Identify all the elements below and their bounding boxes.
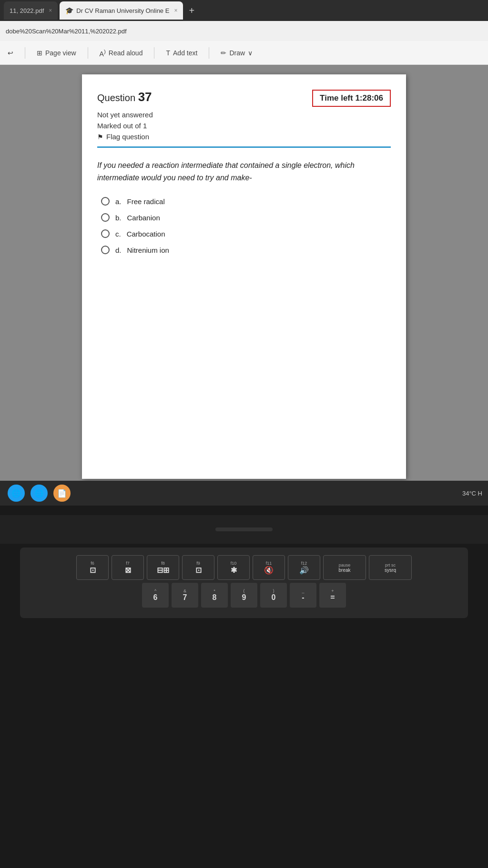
tab-add-button[interactable]: + — [185, 5, 198, 16]
tab-university-close[interactable]: × — [174, 7, 177, 14]
tab-pdf[interactable]: 11, 2022.pdf × — [4, 1, 58, 20]
draw-chevron-icon: ∨ — [248, 49, 253, 57]
time-left-box: Time left 1:28:06 — [312, 90, 391, 107]
tab-pdf-label: 11, 2022.pdf — [10, 7, 44, 14]
draw-icon: ✏ — [221, 49, 226, 57]
app-icon-3: 📄 — [57, 489, 67, 498]
tab-pdf-close[interactable]: × — [49, 7, 52, 14]
keyboard-num-row: ^ 6 & 7 * 8 ( 9 ) 0 _ - — [28, 583, 460, 608]
option-d[interactable]: d. Nitrenium ion — [101, 246, 391, 254]
university-icon: 🎓 — [65, 7, 73, 14]
pdf-toolbar: ↩ ⊞ Page view A) Read aloud T Add text ✏… — [0, 41, 488, 65]
key-6[interactable]: ^ 6 — [142, 583, 169, 608]
tab-university[interactable]: 🎓 Dr CV Raman University Online E × — [60, 1, 183, 20]
read-aloud-icon: A) — [100, 48, 106, 58]
option-a-text: Free radical — [127, 197, 165, 206]
key-pause[interactable]: pause break — [323, 555, 366, 580]
page-view-icon: ⊞ — [37, 49, 42, 57]
keyboard-bezel: f6 ⊡ f7 ⊠ f8 ⊟⊞ f9 ⊡ f10 ✱ f11 🔇 — [20, 548, 468, 618]
address-url: dobe%20Scan%20Mar%2011,%202022.pdf — [6, 28, 127, 35]
option-b-text: Carbanion — [127, 214, 160, 222]
option-b-key: b. — [115, 214, 122, 222]
add-text-icon: T — [166, 49, 170, 57]
separator-2 — [88, 47, 88, 59]
key-equals[interactable]: + = — [319, 583, 346, 608]
question-status: Not yet answered — [97, 111, 391, 119]
question-number: Question 37 — [97, 90, 152, 104]
page-view-label: Page view — [45, 49, 76, 57]
taskbar-icon-3[interactable]: 📄 — [53, 485, 71, 502]
temperature-label: 34°C H — [462, 490, 482, 497]
taskbar: 🌐 🌐 📄 34°C H — [0, 481, 488, 506]
option-c-text: Carbocation — [127, 230, 165, 238]
option-c-radio[interactable] — [101, 229, 110, 238]
tab-university-label: Dr CV Raman University Online E — [76, 7, 169, 14]
tab-bar: 11, 2022.pdf × 🎓 Dr CV Raman University … — [0, 0, 488, 21]
key-f9[interactable]: f9 ⊡ — [182, 555, 214, 580]
keyboard-area: f6 ⊡ f7 ⊠ f8 ⊟⊞ f9 ⊡ f10 ✱ f11 🔇 — [0, 506, 488, 868]
question-marks: Marked out of 1 — [97, 122, 391, 130]
hinge-bar — [215, 527, 273, 531]
key-f11[interactable]: f11 🔇 — [253, 555, 285, 580]
question-prefix: Question — [97, 93, 135, 103]
question-divider — [97, 146, 391, 148]
key-f6[interactable]: f6 ⊡ — [76, 555, 109, 580]
key-7[interactable]: & 7 — [172, 583, 198, 608]
question-header: Question 37 Time left 1:28:06 — [97, 90, 391, 107]
flag-question-button[interactable]: ⚑ Flag question — [97, 133, 391, 141]
option-d-radio[interactable] — [101, 246, 110, 254]
laptop-hinge — [0, 515, 488, 544]
option-a[interactable]: a. Free radical — [101, 197, 391, 206]
option-a-key: a. — [115, 197, 122, 206]
browser-icon-1: 🌐 — [11, 489, 21, 498]
read-aloud-button[interactable]: A) Read aloud — [100, 48, 143, 58]
flag-question-label: Flag question — [106, 133, 149, 141]
separator-4 — [209, 47, 209, 59]
question-number-value: 37 — [138, 90, 152, 104]
option-c[interactable]: c. Carbocation — [101, 229, 391, 238]
address-bar[interactable]: dobe%20Scan%20Mar%2011,%202022.pdf — [0, 21, 488, 41]
key-f10[interactable]: f10 ✱ — [217, 555, 250, 580]
option-b-radio[interactable] — [101, 213, 110, 222]
option-a-radio[interactable] — [101, 197, 110, 206]
key-9[interactable]: ( 9 — [231, 583, 257, 608]
separator-3 — [154, 47, 154, 59]
option-d-key: d. — [115, 246, 122, 254]
separator-1 — [25, 47, 25, 59]
pdf-page: Question 37 Time left 1:28:06 Not yet an… — [82, 74, 406, 479]
key-0[interactable]: ) 0 — [260, 583, 287, 608]
back-button[interactable]: ↩ — [8, 49, 13, 57]
read-aloud-label: Read aloud — [109, 49, 143, 57]
browser-icon-2: 🌐 — [34, 489, 44, 498]
question-text: If you needed a reaction intermediate th… — [97, 159, 391, 184]
draw-label: Draw — [229, 49, 245, 57]
key-minus[interactable]: _ - — [290, 583, 316, 608]
option-c-key: c. — [115, 230, 121, 238]
option-d-text: Nitrenium ion — [127, 246, 169, 254]
page-view-button[interactable]: ⊞ Page view — [37, 49, 76, 57]
time-left-label: Time left 1:28:06 — [320, 93, 383, 103]
taskbar-icon-2[interactable]: 🌐 — [30, 485, 48, 502]
flag-icon: ⚑ — [97, 133, 103, 141]
option-b[interactable]: b. Carbanion — [101, 213, 391, 222]
key-prtsc[interactable]: prt sc sysrq — [369, 555, 412, 580]
key-8[interactable]: * 8 — [201, 583, 228, 608]
draw-button[interactable]: ✏ Draw ∨ — [221, 49, 253, 57]
pdf-content-area: Question 37 Time left 1:28:06 Not yet an… — [0, 65, 488, 488]
add-text-label: Add text — [173, 49, 197, 57]
key-f12[interactable]: f12 🔊 — [288, 555, 320, 580]
options-list: a. Free radical b. Carbanion c. Carbocat… — [101, 197, 391, 254]
add-text-button[interactable]: T Add text — [166, 49, 197, 57]
back-icon: ↩ — [8, 49, 13, 57]
key-f8[interactable]: f8 ⊟⊞ — [147, 555, 179, 580]
key-f7[interactable]: f7 ⊠ — [112, 555, 144, 580]
taskbar-icon-1[interactable]: 🌐 — [8, 485, 25, 502]
keyboard-fn-row: f6 ⊡ f7 ⊠ f8 ⊟⊞ f9 ⊡ f10 ✱ f11 🔇 — [28, 555, 460, 580]
